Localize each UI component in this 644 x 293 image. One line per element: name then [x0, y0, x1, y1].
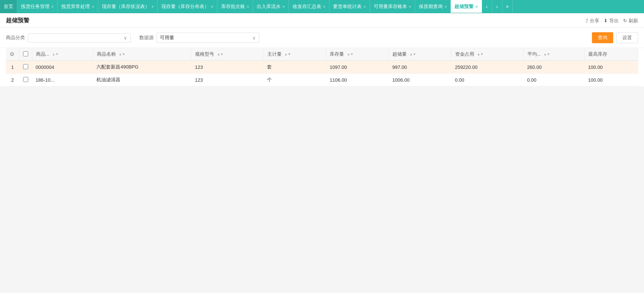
close-available-book[interactable]: ×	[409, 4, 411, 9]
share-icon: ⤴	[586, 18, 588, 23]
avg-price-1: 260.00	[523, 61, 584, 74]
product-code-1: 0000004	[32, 61, 93, 74]
spec-1: 123	[191, 61, 264, 74]
max-stock-2: 100.00	[585, 74, 638, 86]
close-batch-account[interactable]: ×	[247, 4, 249, 9]
close-inventory-dist[interactable]: ×	[211, 4, 213, 9]
close-receive-send[interactable]: ×	[323, 4, 325, 9]
check-column-header	[19, 48, 32, 61]
nav-batch-account[interactable]: 库存批次账 ×	[217, 0, 253, 13]
page-container: 超储预警 ⤴ 分享 ⬇ 导出 ↻ 刷新 商品分类 ∨ 数据源	[0, 13, 644, 86]
max-stock-header[interactable]: 最高库存	[585, 48, 638, 61]
nav-inventory-dist[interactable]: 现存量（库存分布表） ×	[158, 0, 217, 13]
page-title: 超储预警	[6, 17, 29, 25]
overstock-header[interactable]: 超储量 ▲▼	[389, 48, 451, 61]
table-container: ⚙ 商品... ▲▼ 商品名称 ▲▼ 规格型号 ▲▼	[0, 48, 644, 86]
nav-available-book[interactable]: 可用量库存账本 ×	[370, 0, 415, 13]
data-source-value: 可用量	[160, 34, 174, 41]
sort-product-code: ▲▼	[52, 53, 59, 56]
sort-overstock: ▲▼	[410, 53, 416, 56]
table-row: 1 0000004 六配套新昌490BPG 123 套 1097.00 997.…	[6, 61, 638, 74]
row-check-1	[19, 61, 32, 74]
nav-abnormal[interactable]: 拣货异常处理 ×	[58, 0, 98, 13]
stock-2: 1106.00	[326, 74, 389, 86]
gear-icon[interactable]: ⚙	[10, 51, 14, 58]
filter-area: 商品分类 ∨ 数据源 可用量 ∨ 查询 设置	[0, 28, 644, 48]
close-overstock-alert[interactable]: ×	[475, 4, 477, 9]
row-num-1: 1	[6, 61, 19, 74]
spec-header[interactable]: 规格型号 ▲▼	[191, 48, 264, 61]
sort-product-name: ▲▼	[119, 53, 125, 56]
select-all-checkbox[interactable]	[23, 51, 28, 56]
sort-spec: ▲▼	[217, 53, 224, 56]
row-checkbox-1[interactable]	[23, 64, 28, 69]
refresh-icon: ↻	[623, 18, 627, 23]
capital-1: 259220.00	[451, 61, 523, 74]
nav-inout-flow[interactable]: 出入库流水 ×	[253, 0, 289, 13]
nav-overstock-alert[interactable]: 超储预警 ×	[451, 0, 482, 13]
close-inventory-status[interactable]: ×	[151, 4, 154, 9]
settings-button[interactable]: 设置	[616, 32, 638, 43]
product-category-chevron: ∨	[124, 35, 127, 41]
header-actions: ⤴ 分享 ⬇ 导出 ↻ 刷新	[586, 18, 638, 24]
nav-requisition[interactable]: 要货单统计表 ×	[329, 0, 370, 13]
nav-close-all[interactable]: ×	[502, 0, 513, 13]
page-header: 超储预警 ⤴ 分享 ⬇ 导出 ↻ 刷新	[0, 13, 644, 28]
overstock-1: 997.00	[389, 61, 451, 74]
gear-column-header: ⚙	[6, 48, 19, 61]
close-abnormal[interactable]: ×	[92, 4, 94, 9]
avg-price-header[interactable]: 平均... ▲▼	[523, 48, 584, 61]
sort-unit: ▲▼	[284, 53, 291, 56]
unit-2: 个	[263, 74, 326, 86]
avg-price-2: 0.00	[523, 74, 584, 86]
product-name-2: 机油滤清器	[93, 74, 191, 86]
row-checkbox-2[interactable]	[23, 77, 28, 82]
product-category-filter: 商品分类 ∨	[6, 33, 131, 42]
close-inout-flow[interactable]: ×	[282, 4, 285, 9]
unit-1: 套	[263, 61, 326, 74]
capital-2: 0.00	[451, 74, 523, 86]
export-action[interactable]: ⬇ 导出	[604, 18, 619, 24]
spec-2: 123	[191, 74, 264, 86]
product-code-2: 186-10...	[32, 74, 93, 86]
nav-inventory-status[interactable]: 现存量（库存状况表） ×	[98, 0, 158, 13]
sort-capital: ▲▼	[477, 53, 484, 56]
product-category-select[interactable]: ∨	[28, 33, 131, 42]
close-requisition[interactable]: ×	[363, 4, 366, 9]
nav-home[interactable]: 首页	[0, 0, 17, 13]
filter-buttons: 查询 设置	[592, 32, 638, 43]
row-check-2	[19, 74, 32, 86]
product-name-header[interactable]: 商品名称 ▲▼	[93, 48, 191, 61]
product-name-1: 六配套新昌490BPG	[93, 61, 191, 74]
sort-avg-price: ▲▼	[544, 53, 550, 56]
nav-shelf-life[interactable]: 保质期查询 ×	[415, 0, 451, 13]
share-action[interactable]: ⤴ 分享	[586, 18, 599, 24]
max-stock-1: 100.00	[585, 61, 638, 74]
nav-next-arrow[interactable]: ›	[492, 0, 502, 13]
nav-task-mgmt[interactable]: 拣货任务管理 ×	[17, 0, 58, 13]
nav-prev-arrow[interactable]: ‹	[482, 0, 492, 13]
close-shelf-life[interactable]: ×	[444, 4, 447, 9]
data-table: ⚙ 商品... ▲▼ 商品名称 ▲▼ 规格型号 ▲▼	[6, 48, 638, 86]
query-button[interactable]: 查询	[592, 32, 613, 43]
row-num-2: 2	[6, 74, 19, 86]
export-icon: ⬇	[604, 18, 608, 23]
stock-header[interactable]: 库存量 ▲▼	[326, 48, 389, 61]
product-code-header[interactable]: 商品... ▲▼	[32, 48, 93, 61]
table-row: 2 186-10... 机油滤清器 123 个 1106.00 1006.00 …	[6, 74, 638, 86]
table-header-row: ⚙ 商品... ▲▼ 商品名称 ▲▼ 规格型号 ▲▼	[6, 48, 638, 61]
close-task-mgmt[interactable]: ×	[51, 4, 54, 9]
top-navigation: 首页 拣货任务管理 × 拣货异常处理 × 现存量（库存状况表） × 现存量（库存…	[0, 0, 644, 13]
refresh-action[interactable]: ↻ 刷新	[623, 18, 638, 24]
sort-stock: ▲▼	[347, 53, 354, 56]
product-category-label: 商品分类	[6, 34, 25, 41]
nav-receive-send[interactable]: 收发存汇总表 ×	[289, 0, 329, 13]
data-source-filter: 数据源 可用量 ∨	[139, 33, 259, 43]
unit-header[interactable]: 主计量 ▲▼	[263, 48, 326, 61]
data-source-select[interactable]: 可用量 ∨	[157, 33, 259, 43]
capital-header[interactable]: 资金占用 ▲▼	[451, 48, 523, 61]
overstock-2: 1006.00	[389, 74, 451, 86]
stock-1: 1097.00	[326, 61, 389, 74]
data-source-chevron: ∨	[252, 35, 256, 41]
data-source-label: 数据源	[139, 34, 154, 41]
